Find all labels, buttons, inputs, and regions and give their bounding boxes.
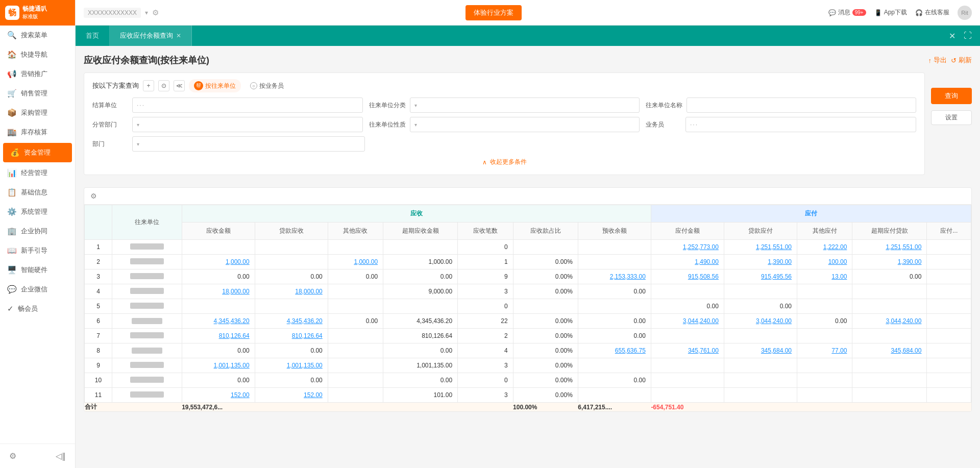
- cell-ar-advance[interactable]: 655,636.75: [578, 343, 651, 358]
- cell-ap-other[interactable]: 100.00: [797, 255, 852, 269]
- cell-ap-loan: 0.00: [724, 299, 797, 314]
- scheme-settings-btn[interactable]: ⊙: [158, 80, 169, 91]
- topbar-settings-icon[interactable]: ⚙: [152, 8, 159, 17]
- cell-ar-loan[interactable]: 810,126.64: [255, 329, 328, 343]
- cell-ar-amount[interactable]: 18,000.00: [182, 284, 255, 299]
- cell-ar-advance[interactable]: 2,153,333.00: [578, 269, 651, 284]
- sidebar-item-ops[interactable]: 📊经营管理: [0, 163, 75, 183]
- cell-ar-amount[interactable]: 1,001,135.00: [182, 358, 255, 373]
- cell-partner: [112, 255, 182, 269]
- cell-ap-amount[interactable]: 345,761.00: [651, 343, 724, 358]
- cell-ap-loan[interactable]: 345,684.00: [724, 343, 797, 358]
- cell-ar-ratio: 0.00%: [513, 269, 578, 284]
- service-btn[interactable]: 🎧 在线客服: [915, 8, 949, 17]
- sidebar-icon-hardware: 🖥️: [7, 265, 17, 275]
- sidebar-item-corp[interactable]: 🏢企业协同: [0, 221, 75, 241]
- export-btn[interactable]: ↑ 导出: [928, 56, 947, 65]
- cell-ap-loan[interactable]: 3,044,240.00: [724, 314, 797, 329]
- tfoot-ar-amount[interactable]: 19,553,472,6...: [182, 403, 255, 412]
- sidebar-item-member[interactable]: ✓畅会员: [0, 299, 75, 318]
- cell-ap-amount[interactable]: 915,508.56: [651, 269, 724, 284]
- cell-ar-ratio: 0.00%: [513, 373, 578, 388]
- tab-ar-ap[interactable]: 应收应付余额查询 ✕: [110, 26, 192, 46]
- cell-ar-other: [328, 373, 383, 388]
- sidebar-item-sales[interactable]: 🛒销售管理: [0, 84, 75, 103]
- sidebar-collapse-btn[interactable]: ◁‖: [52, 449, 70, 463]
- collapse-bar[interactable]: ∧ 收起更多条件: [92, 156, 916, 168]
- cell-ar-loan[interactable]: 4,345,436.20: [255, 314, 328, 329]
- tfoot-ar-advance[interactable]: 6,417,215....: [578, 403, 651, 412]
- dept-input[interactable]: [132, 136, 365, 152]
- table-row: 10 0.00 0.00 0.00 0 0.00% 0.00: [85, 373, 971, 388]
- cell-ap-overdue[interactable]: 345,684.00: [852, 343, 927, 358]
- sidebar-icon-search: 🔍: [7, 31, 17, 40]
- table-row: 1 0 1,252,773.00 1,251,551.00 1,222.00 1…: [85, 240, 971, 255]
- cell-ar-loan[interactable]: 18,000.00: [255, 284, 328, 299]
- tab-home[interactable]: 首页: [76, 26, 110, 46]
- cell-ap-loan[interactable]: 1,251,551.00: [724, 240, 797, 255]
- table-settings-icon[interactable]: ⚙: [90, 192, 97, 200]
- cell-ar-loan[interactable]: 152.00: [255, 388, 328, 403]
- sidebar-item-base[interactable]: 📋基础信息: [0, 183, 75, 202]
- cell-ar-other: 0.00: [328, 314, 383, 329]
- sidebar-item-search[interactable]: 🔍搜索菜单: [0, 26, 75, 45]
- scheme-partner-item[interactable]: 帮 按往来单位: [189, 79, 241, 92]
- cell-ap-overdue[interactable]: 1,251,551.00: [852, 240, 927, 255]
- partner-category-input[interactable]: [410, 97, 640, 113]
- messages-btn[interactable]: 💬 消息 99+: [828, 8, 866, 17]
- partner-nature-input[interactable]: [410, 117, 640, 132]
- cell-ar-amount[interactable]: 152.00: [182, 388, 255, 403]
- cell-ap-loan[interactable]: 915,495.56: [724, 269, 797, 284]
- scheme-back-btn[interactable]: ≪: [174, 80, 185, 91]
- scheme-salesperson-item[interactable]: ○ 按业务员: [245, 80, 289, 92]
- company-dropdown-icon[interactable]: ▾: [145, 9, 148, 16]
- sidebar-item-sys[interactable]: ⚙️系统管理: [0, 202, 75, 221]
- dept-mgr-input[interactable]: [132, 117, 363, 132]
- cell-partner: [112, 329, 182, 343]
- cell-partner: [112, 358, 182, 373]
- cell-partner: [112, 388, 182, 403]
- salesperson-input[interactable]: [685, 117, 916, 132]
- solution-btn[interactable]: 体验行业方案: [465, 5, 522, 20]
- th-ap-more: 应付...: [927, 223, 971, 240]
- refresh-btn[interactable]: ↺ 刷新: [951, 56, 972, 65]
- tabbar-actions: ✕ ⛶: [947, 26, 980, 46]
- sidebar-settings-btn[interactable]: ⚙: [5, 449, 20, 463]
- cell-ar-amount[interactable]: 1,000.00: [182, 255, 255, 269]
- company-selector[interactable]: XXXXXXXXXXXX: [84, 8, 141, 18]
- app-download-btn[interactable]: 📱 App下载: [874, 8, 907, 17]
- cell-ar-other[interactable]: 1,000.00: [328, 255, 383, 269]
- sidebar-item-finance[interactable]: 💰资金管理: [3, 143, 72, 162]
- set-btn[interactable]: 设置: [931, 110, 972, 125]
- cell-ar-advance: [578, 388, 651, 403]
- sidebar-item-stock[interactable]: 🏬库存核算: [0, 122, 75, 142]
- cell-ap-overdue[interactable]: 1,390.00: [852, 255, 927, 269]
- tab-close-icon[interactable]: ✕: [176, 32, 181, 39]
- cell-ar-amount[interactable]: 810,126.64: [182, 329, 255, 343]
- cell-ap-loan[interactable]: 1,390.00: [724, 255, 797, 269]
- export-icon: ↑: [928, 57, 932, 64]
- user-avatar[interactable]: Rit: [958, 6, 972, 20]
- sidebar-item-wechat[interactable]: 💬企业微信: [0, 280, 75, 299]
- cell-index: 11: [85, 388, 112, 403]
- cell-ar-loan[interactable]: 1,001,135.00: [255, 358, 328, 373]
- settlement-unit-input[interactable]: [132, 97, 363, 113]
- cell-ar-amount[interactable]: 4,345,436.20: [182, 314, 255, 329]
- cell-ap-other[interactable]: 13.00: [797, 269, 852, 284]
- sidebar-item-nav[interactable]: 🏠快捷导航: [0, 45, 75, 64]
- cell-ap-amount[interactable]: 3,044,240.00: [651, 314, 724, 329]
- tab-expand-btn[interactable]: ⛶: [962, 29, 974, 42]
- partner-name-input[interactable]: [687, 97, 916, 113]
- cell-ap-other[interactable]: 1,222.00: [797, 240, 852, 255]
- sidebar-item-purchase[interactable]: 📦采购管理: [0, 103, 75, 122]
- cell-ap-other[interactable]: 77.00: [797, 343, 852, 358]
- sidebar-item-hardware[interactable]: 🖥️智能硬件: [0, 260, 75, 280]
- cell-ap-amount[interactable]: 1,490.00: [651, 255, 724, 269]
- sidebar-item-guide[interactable]: 📖新手引导: [0, 241, 75, 260]
- cell-ap-amount[interactable]: 1,252,773.00: [651, 240, 724, 255]
- sidebar-item-marketing[interactable]: 📢营销推广: [0, 64, 75, 84]
- tab-close-window-btn[interactable]: ✕: [947, 29, 958, 43]
- query-btn[interactable]: 查询: [931, 88, 972, 104]
- cell-ap-overdue[interactable]: 3,044,240.00: [852, 314, 927, 329]
- scheme-add-btn[interactable]: +: [143, 80, 154, 91]
